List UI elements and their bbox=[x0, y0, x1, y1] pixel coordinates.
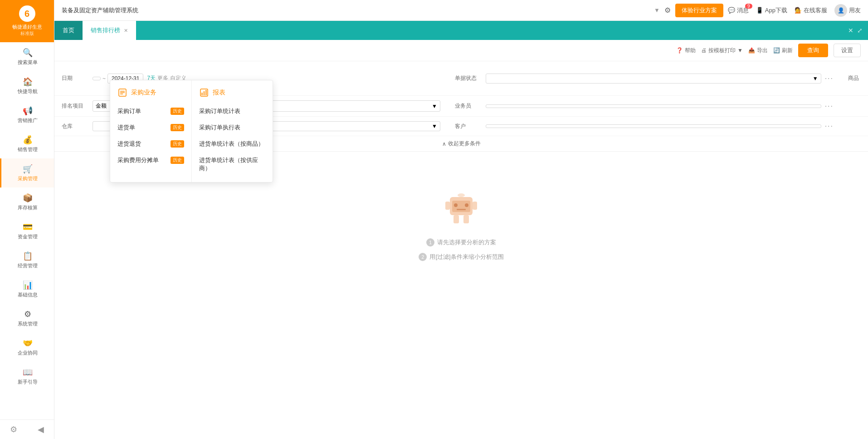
sidebar-collapse-button[interactable]: ◀ bbox=[38, 424, 44, 434]
guide-icon: 📖 bbox=[23, 367, 33, 377]
dropdown-item-label: 进货单 bbox=[117, 123, 135, 132]
filter-warehouse-label: 仓库 bbox=[62, 123, 89, 130]
filter-status-cell: 单据状态 ▼ ··· bbox=[448, 61, 841, 96]
filter-customer-dots[interactable]: ··· bbox=[825, 122, 834, 130]
settings-button[interactable]: 设置 bbox=[834, 44, 861, 57]
home-icon: 🏠 bbox=[23, 77, 33, 87]
filter-empty-1 bbox=[841, 96, 868, 117]
filter-empty-2 bbox=[841, 117, 868, 136]
dropdown-item-report-2[interactable]: 采购订单执行表 bbox=[192, 119, 273, 136]
messages-badge: 9 bbox=[745, 4, 752, 9]
enterprise-icon: 🤝 bbox=[23, 338, 33, 348]
sidebar-item-basic-info[interactable]: 📊 基础信息 bbox=[0, 275, 54, 304]
filter-rank-value: 金额 bbox=[96, 102, 107, 110]
sidebar-nav: 🔍 搜索菜单 🏠 快捷导航 📢 营销推广 💰 销售管理 🛒 采购管理 📦 库存核… bbox=[0, 42, 54, 419]
help-button[interactable]: ❓ 帮助 bbox=[676, 47, 696, 54]
filter-salesperson-dots[interactable]: ··· bbox=[825, 102, 834, 110]
sidebar-footer: ⚙ ◀ bbox=[0, 419, 54, 439]
report-col-title: 报表 bbox=[213, 89, 225, 97]
sidebar-item-label: 采购管理 bbox=[18, 175, 38, 182]
sidebar-item-label: 基础信息 bbox=[18, 291, 38, 298]
logo-icon: 6 bbox=[19, 5, 35, 22]
export-label: 导出 bbox=[757, 47, 768, 54]
dropdown-item-label: 采购订单统计表 bbox=[199, 107, 240, 115]
print-icon: 🖨 bbox=[701, 47, 707, 54]
sidebar-item-search[interactable]: 🔍 搜索菜单 bbox=[0, 42, 54, 71]
dropdown-item-inbound[interactable]: 进货单 历史 bbox=[110, 119, 191, 136]
dropdown-item-label: 进货单统计表（按供应商） bbox=[199, 156, 266, 173]
dropdown-item-label: 采购订单执行表 bbox=[199, 123, 240, 132]
tab-sales-rank-label: 销售排行榜 bbox=[91, 26, 120, 35]
online-service-label: 在线客服 bbox=[804, 6, 827, 15]
sidebar-item-quick-nav[interactable]: 🏠 快捷导航 bbox=[0, 71, 54, 100]
chevron-down-icon4: ▼ bbox=[432, 123, 437, 129]
user-label: 用友 bbox=[849, 6, 861, 15]
dropdown-item-label: 进货单统计表（按商品） bbox=[199, 140, 264, 148]
dropdown-item-purchase-order[interactable]: 采购订单 历史 bbox=[110, 103, 191, 119]
sidebar-item-operations[interactable]: 📋 经营管理 bbox=[0, 246, 54, 275]
topbar-settings-button[interactable]: ⚙ bbox=[664, 6, 671, 15]
sidebar-item-marketing[interactable]: 📢 营销推广 bbox=[0, 100, 54, 129]
sidebar-item-label: 搜索菜单 bbox=[18, 59, 38, 66]
basic-info-icon: 📊 bbox=[23, 280, 33, 290]
dropdown-item-report-4[interactable]: 进货单统计表（按供应商） bbox=[192, 152, 273, 177]
sidebar-item-label: 新手引导 bbox=[18, 379, 38, 385]
sidebar-item-enterprise[interactable]: 🤝 企业协同 bbox=[0, 333, 54, 362]
tab-sales-rank[interactable]: 销售排行榜 ✕ bbox=[83, 21, 136, 40]
export-button[interactable]: 📤 导出 bbox=[748, 47, 768, 54]
tab-close-all-icon[interactable]: ✕ bbox=[848, 27, 853, 34]
print-dropdown-icon: ▼ bbox=[737, 47, 743, 54]
sidebar-settings-button[interactable]: ⚙ bbox=[10, 424, 17, 434]
content-area: ❓ 帮助 🖨 按模板打印 ▼ 📤 导出 🔄 刷新 查询 设置 bbox=[54, 40, 868, 439]
filter-goods-cell: 商品 设计桑 ✕ ··· bbox=[841, 61, 868, 96]
filter-status-dots[interactable]: ··· bbox=[825, 74, 834, 83]
filter-customer-select[interactable] bbox=[486, 124, 821, 128]
sidebar-item-label: 库存核算 bbox=[18, 204, 38, 211]
inventory-icon: 📦 bbox=[23, 193, 33, 203]
sidebar-item-inventory[interactable]: 📦 库存核算 bbox=[0, 187, 54, 217]
sidebar-item-purchase[interactable]: 🛒 采购管理 bbox=[0, 158, 54, 187]
print-label: 按模板打印 bbox=[708, 47, 736, 54]
filter-status-select[interactable]: ▼ bbox=[486, 74, 821, 84]
filter-customer-cell: 客户 ··· bbox=[448, 117, 841, 136]
refresh-button[interactable]: 🔄 刷新 bbox=[773, 47, 793, 54]
sidebar-item-system[interactable]: ⚙ 系统管理 bbox=[0, 304, 54, 333]
topbar-dropdown-icon[interactable]: ▼ bbox=[654, 7, 660, 14]
dropdown-item-report-3[interactable]: 进货单统计表（按商品） bbox=[192, 136, 273, 152]
svg-rect-5 bbox=[445, 202, 450, 210]
report-col-icon bbox=[199, 88, 209, 98]
filter-goods-label: 商品 bbox=[848, 74, 868, 82]
topbar-app-download[interactable]: 📱 App下载 bbox=[756, 6, 787, 15]
filter-salesperson-select[interactable] bbox=[486, 104, 821, 108]
tab-close-button[interactable]: ✕ bbox=[124, 28, 128, 34]
chevron-down-icon: ▼ bbox=[813, 75, 818, 82]
filter-date-start[interactable] bbox=[93, 77, 101, 80]
tab-expand-icon[interactable]: ⤢ bbox=[857, 27, 863, 34]
print-button[interactable]: 🖨 按模板打印 ▼ bbox=[701, 47, 743, 54]
filter-salesperson-cell: 业务员 ··· bbox=[448, 96, 841, 117]
svg-rect-7 bbox=[454, 215, 459, 223]
refresh-icon: 🔄 bbox=[773, 47, 780, 54]
refresh-label: 刷新 bbox=[782, 47, 793, 54]
svg-rect-6 bbox=[473, 202, 477, 210]
topbar-industry-button[interactable]: 体验行业方案 bbox=[675, 4, 723, 17]
history-badge-3: 历史 bbox=[171, 157, 184, 164]
svg-rect-4 bbox=[457, 209, 466, 210]
sidebar-item-guide[interactable]: 📖 新手引导 bbox=[0, 362, 54, 391]
dropdown-item-report-1[interactable]: 采购订单统计表 bbox=[192, 103, 273, 119]
topbar: 装备及固定资产辅助管理系统 ▼ ⚙ 体验行业方案 💬 消息 9 📱 App下载 … bbox=[54, 0, 868, 21]
topbar-online-service[interactable]: 💁 在线客服 bbox=[795, 6, 827, 15]
topbar-messages[interactable]: 💬 消息 9 bbox=[728, 6, 749, 15]
query-button[interactable]: 查询 bbox=[798, 44, 828, 57]
sidebar-item-sales[interactable]: 💰 销售管理 bbox=[0, 129, 54, 158]
app-download-label: App下载 bbox=[765, 6, 787, 15]
dropdown-item-purchase-expense[interactable]: 采购费用分摊单 历史 bbox=[110, 152, 191, 168]
topbar-user[interactable]: 👤 用友 bbox=[834, 4, 861, 17]
svg-rect-16 bbox=[203, 91, 205, 95]
tab-home[interactable]: 首页 bbox=[54, 21, 83, 40]
export-icon: 📤 bbox=[748, 47, 755, 54]
sidebar-item-funds[interactable]: 💳 资金管理 bbox=[0, 217, 54, 246]
svg-rect-8 bbox=[463, 215, 469, 223]
dropdown-purchase-header: 采购业务 bbox=[110, 86, 191, 103]
dropdown-item-inbound-return[interactable]: 进货退货 历史 bbox=[110, 136, 191, 152]
